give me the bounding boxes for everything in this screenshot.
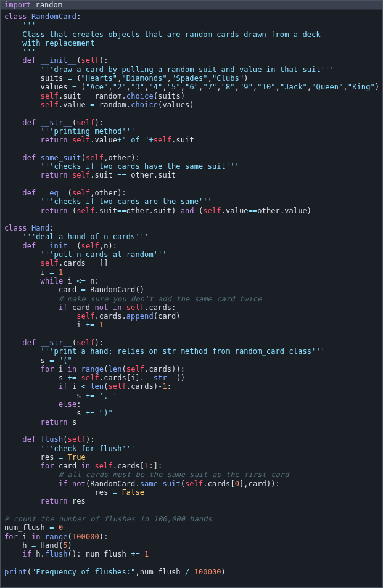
code-editor[interactable]: import random class RandomCard: ''' Clas… (0, 0, 383, 588)
editor-top-bar: import random (1, 1, 382, 10)
code-content[interactable]: class RandomCard: ''' Class that creates… (1, 10, 382, 580)
import-keyword: import (4, 1, 31, 9)
module-name: random (36, 1, 62, 9)
